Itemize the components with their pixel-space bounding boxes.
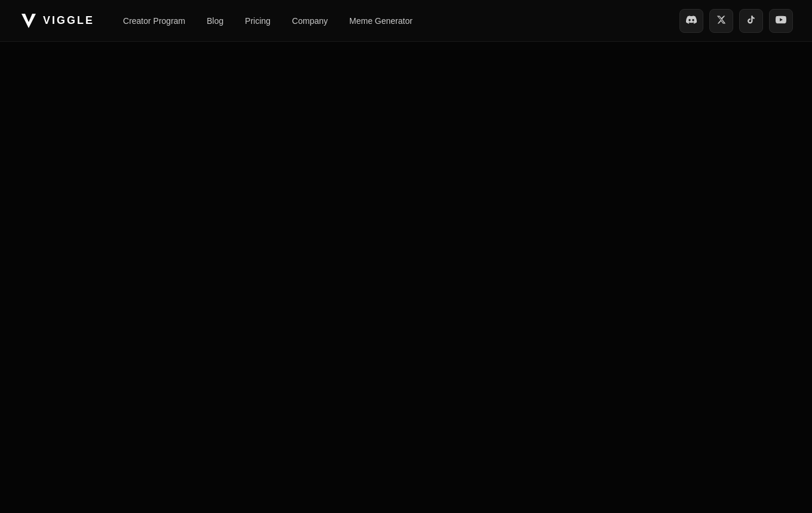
navbar-right xyxy=(679,9,793,33)
nav-links: Creator Program Blog Pricing Company Mem… xyxy=(123,16,413,26)
nav-link-company[interactable]: Company xyxy=(292,16,328,26)
tiktok-icon xyxy=(746,15,756,27)
nav-link-meme-generator[interactable]: Meme Generator xyxy=(349,16,413,26)
tiktok-button[interactable] xyxy=(739,9,763,33)
discord-icon xyxy=(686,14,697,27)
nav-link-pricing[interactable]: Pricing xyxy=(245,16,270,26)
navbar-left: VIGGLE Creator Program Blog Pricing Comp… xyxy=(19,11,413,30)
twitter-button[interactable] xyxy=(709,9,733,33)
main-content xyxy=(0,42,812,513)
viggle-logo-icon xyxy=(19,11,38,30)
nav-link-blog[interactable]: Blog xyxy=(207,16,223,26)
youtube-button[interactable] xyxy=(769,9,793,33)
discord-button[interactable] xyxy=(679,9,703,33)
nav-link-creator-program[interactable]: Creator Program xyxy=(123,16,185,26)
svg-marker-0 xyxy=(21,14,36,28)
navbar: VIGGLE Creator Program Blog Pricing Comp… xyxy=(0,0,812,42)
twitter-icon xyxy=(716,15,726,27)
youtube-icon xyxy=(776,14,786,27)
logo-text: VIGGLE xyxy=(43,14,94,27)
logo[interactable]: VIGGLE xyxy=(19,11,94,30)
